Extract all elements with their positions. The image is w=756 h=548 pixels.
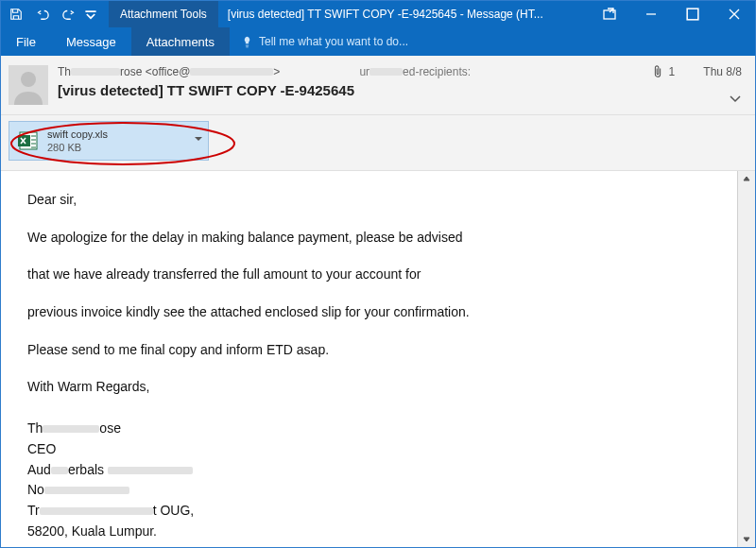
body-p3: previous invoice kindly see the attached…	[27, 302, 712, 323]
sig-name-prefix: Th	[27, 420, 43, 436]
redacted	[190, 68, 273, 76]
excel-file-icon	[17, 129, 40, 152]
to-suffix: ed-recipients:	[403, 65, 471, 78]
qat-customize-button[interactable]	[84, 3, 97, 26]
ribbon: File Message Attachments Tell me what yo…	[1, 27, 755, 56]
redacted	[71, 68, 120, 76]
attachment-size: 280 KB	[47, 142, 81, 153]
sender-avatar	[9, 65, 48, 105]
contextual-tab-label: Attachment Tools	[120, 8, 207, 21]
tab-file[interactable]: File	[1, 27, 51, 56]
scroll-down-button[interactable]	[738, 530, 755, 547]
tab-message-label: Message	[66, 35, 116, 49]
redacted	[44, 487, 129, 494]
minimize-button[interactable]	[630, 1, 672, 27]
maximize-button[interactable]	[672, 1, 713, 27]
sig-title: CEO	[27, 439, 712, 460]
svg-rect-1	[687, 9, 698, 20]
from-suffix: rose <office@	[120, 65, 190, 78]
sig-addr2-suffix: t OUG,	[153, 503, 195, 518]
message-body: Dear sir, We apologize for the delay in …	[1, 171, 738, 547]
scrollbar[interactable]	[737, 171, 755, 547]
body-p4: Please send to me final copy and inform …	[27, 340, 712, 361]
redacted	[51, 467, 68, 474]
paperclip-icon	[652, 65, 663, 78]
contextual-tab-group: Attachment Tools	[109, 1, 218, 27]
message-body-area: Dear sir, We apologize for the delay in …	[1, 171, 755, 547]
header-right: 1 Thu 8/8	[652, 65, 742, 105]
header-main: Throse <office@> ured-recipients: [virus…	[58, 65, 643, 105]
attachment-chip[interactable]: swift copy.xls 280 KB	[9, 121, 209, 161]
attachment-count: 1	[669, 65, 676, 78]
attachment-filename: swift copy.xls	[47, 128, 108, 141]
tab-message[interactable]: Message	[51, 27, 131, 56]
from-prefix: Th	[58, 65, 71, 78]
from-tail: >	[273, 65, 280, 78]
body-p2: that we have already transferred the ful…	[27, 265, 712, 285]
from-line: Throse <office@>	[58, 65, 280, 78]
tab-attachments-label: Attachments	[146, 35, 215, 49]
tell-me-placeholder: Tell me what you want to do...	[259, 35, 408, 48]
message-date: Thu 8/8	[703, 65, 742, 78]
sig-addr1-prefix: No	[27, 482, 44, 497]
tab-file-label: File	[16, 35, 36, 49]
sig-name-suffix: ose	[99, 420, 121, 436]
window-title: [virus detected] TT SWIFT COPY -E-942564…	[218, 8, 589, 21]
sig-company-suffix: erbals	[68, 462, 104, 477]
outlook-message-window: Attachment Tools [virus detected] TT SWI…	[0, 0, 756, 548]
quick-access-toolbar	[1, 3, 101, 26]
titlebar: Attachment Tools [virus detected] TT SWI…	[1, 1, 755, 27]
redacted	[369, 68, 403, 76]
attachment-dropdown-icon[interactable]	[195, 137, 202, 145]
message-header: Throse <office@> ured-recipients: [virus…	[1, 56, 755, 115]
attachment-text: swift copy.xls 280 KB	[47, 128, 108, 154]
subject-line: [virus detected] TT SWIFT COPY -E-942564…	[58, 82, 643, 98]
window-controls	[589, 1, 755, 27]
to-prefix: ur	[359, 65, 369, 78]
lightbulb-icon	[241, 36, 253, 48]
svg-point-3	[21, 72, 36, 87]
tell-me-search[interactable]: Tell me what you want to do...	[230, 35, 420, 48]
body-greeting: Dear sir,	[27, 190, 712, 211]
sig-city: 58200, Kuala Lumpur.	[27, 522, 712, 542]
redacted	[108, 467, 193, 474]
annotation-ellipse	[6, 120, 240, 167]
attachment-bar: swift copy.xls 280 KB	[1, 115, 755, 171]
body-p1: We apologize for the delay in making bal…	[27, 228, 712, 248]
undo-button[interactable]	[31, 3, 54, 26]
sig-addr2-prefix: Tr	[27, 503, 40, 518]
redacted	[43, 425, 99, 433]
signature-block: Those CEO Auderbals No Trt OUG, 58200, K…	[27, 419, 712, 541]
header-row-recipients: Throse <office@> ured-recipients:	[58, 65, 643, 78]
redo-button[interactable]	[58, 3, 80, 26]
redacted	[40, 507, 153, 515]
save-button[interactable]	[5, 3, 27, 26]
close-button[interactable]	[713, 1, 755, 27]
tab-attachments[interactable]: Attachments	[131, 27, 230, 56]
to-line: ured-recipients:	[359, 65, 471, 78]
expand-header-button[interactable]	[729, 92, 742, 105]
sig-company-prefix: Aud	[27, 462, 51, 477]
body-closing: With Warm Regards,	[27, 377, 712, 398]
popout-button[interactable]	[589, 1, 630, 27]
scroll-up-button[interactable]	[738, 171, 755, 188]
